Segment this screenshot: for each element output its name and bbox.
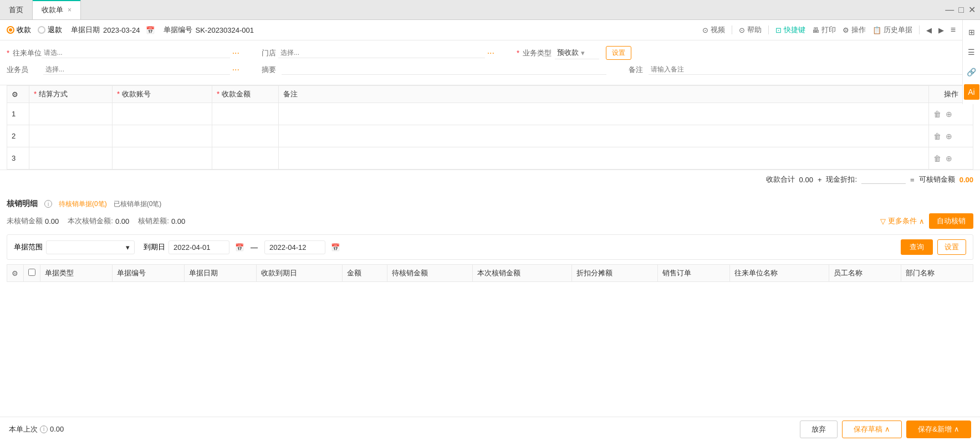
select-all-checkbox[interactable] bbox=[28, 269, 35, 276]
required-star-2: * bbox=[517, 49, 519, 57]
col-remark-th: 备注 bbox=[279, 86, 929, 103]
nav-prev-icon[interactable]: ◀ bbox=[926, 26, 932, 34]
range-chevron-icon: ▾ bbox=[126, 243, 130, 252]
sidebar-icon-3[interactable]: 🔗 bbox=[964, 64, 979, 80]
remark-input[interactable] bbox=[649, 64, 973, 75]
uncancelled-stat: 未核销金额 0.00 bbox=[7, 216, 59, 226]
col-doc-number-label: 单据编号 bbox=[117, 269, 146, 277]
shop-input[interactable] bbox=[278, 48, 485, 58]
row3-copy-icon[interactable]: ⊕ bbox=[946, 154, 952, 163]
row2-amount[interactable] bbox=[212, 125, 279, 147]
number-value[interactable]: SK-20230324-001 bbox=[196, 26, 254, 34]
counterpart-input[interactable] bbox=[42, 48, 230, 58]
date-label: 单据日期 bbox=[71, 25, 100, 35]
query-btn[interactable]: 查询 bbox=[901, 239, 933, 255]
save-draft-btn[interactable]: 保存草稿 ∧ bbox=[842, 421, 902, 438]
row1-delete-icon[interactable]: 🗑 bbox=[933, 110, 941, 119]
minimize-icon[interactable]: — bbox=[945, 5, 954, 15]
counterpart-label-text: 往来单位 bbox=[13, 49, 42, 57]
operation-btn[interactable]: ⚙ 操作 bbox=[843, 25, 866, 35]
remark-label: 备注 bbox=[629, 65, 645, 75]
auto-btn[interactable]: 自动核销 bbox=[929, 213, 973, 229]
data-table: ⚙ * 结算方式 * 收款账号 * 收款金额 备注 bbox=[7, 85, 973, 170]
remark-label-text: 备注 bbox=[629, 65, 643, 74]
shortcut-btn[interactable]: ⊡ 快捷键 bbox=[775, 25, 805, 35]
divider2 bbox=[768, 25, 769, 34]
history-btn[interactable]: 📋 历史单据 bbox=[872, 25, 912, 35]
shortcut-label: 快捷键 bbox=[784, 25, 805, 35]
shop-more-btn[interactable]: ··· bbox=[487, 48, 494, 58]
sidebar-icon-1[interactable]: ⊞ bbox=[964, 24, 979, 40]
nav-next-icon[interactable]: ▶ bbox=[938, 26, 944, 34]
row2-account[interactable] bbox=[113, 125, 212, 147]
help-btn[interactable]: ⊙ 帮助 bbox=[739, 25, 762, 35]
form-settings-btn[interactable]: 设置 bbox=[606, 46, 631, 60]
radio-refund[interactable]: 退款 bbox=[38, 25, 62, 35]
row2-payment[interactable] bbox=[29, 125, 113, 147]
staff-label-text: 业务员 bbox=[7, 65, 28, 74]
settings-outline-btn[interactable]: 设置 bbox=[937, 239, 966, 255]
diff-value: 0.00 bbox=[171, 217, 185, 225]
calendar-to-icon[interactable]: 📅 bbox=[331, 243, 340, 252]
info-circle-icon[interactable]: i bbox=[40, 425, 48, 433]
row1-account[interactable] bbox=[113, 103, 212, 125]
discount-input[interactable] bbox=[861, 175, 906, 184]
summary-label: 摘要 bbox=[262, 65, 278, 75]
row1-amount[interactable] bbox=[212, 103, 279, 125]
tab-close-icon[interactable]: × bbox=[68, 6, 72, 14]
more-conditions-btn[interactable]: ▽ 更多条件 ∧ bbox=[880, 216, 925, 226]
table-header-row: ⚙ * 结算方式 * 收款账号 * 收款金额 备注 bbox=[7, 86, 973, 103]
tab-home-label: 首页 bbox=[9, 5, 23, 15]
business-type-select[interactable]: 预收款 ▾ bbox=[555, 47, 599, 59]
radio-receive[interactable]: 收款 bbox=[7, 25, 31, 35]
print-btn[interactable]: 🖶 打印 bbox=[812, 25, 836, 35]
col-action-label: 操作 bbox=[944, 90, 958, 98]
done-tab[interactable]: 已核销单据(0笔) bbox=[114, 199, 162, 209]
tab-active[interactable]: 收款单 × bbox=[33, 0, 81, 19]
settings-gear-icon[interactable]: ⚙ bbox=[12, 90, 18, 99]
video-btn[interactable]: ⊙ 视频 bbox=[702, 25, 725, 35]
save-new-btn[interactable]: 保存&新增 ∧ bbox=[906, 421, 971, 438]
row3-remark[interactable] bbox=[279, 147, 929, 170]
row1-copy-icon[interactable]: ⊕ bbox=[946, 110, 952, 119]
calendar-icon[interactable]: 📅 bbox=[146, 26, 155, 34]
row2-copy-icon[interactable]: ⊕ bbox=[946, 132, 952, 141]
date-value[interactable]: 2023-03-24 bbox=[103, 26, 140, 34]
row3-account[interactable] bbox=[113, 147, 212, 170]
radio-receive-circle bbox=[7, 26, 14, 34]
date-to-input[interactable] bbox=[264, 240, 325, 254]
restore-icon[interactable]: □ bbox=[958, 5, 964, 15]
range-select[interactable]: ▾ bbox=[46, 240, 135, 254]
sidebar-icon-2[interactable]: ☰ bbox=[964, 44, 979, 60]
form-row-1: * 往来单位 ··· 门店 ··· * 业务类型 bbox=[7, 46, 973, 60]
staff-input[interactable] bbox=[43, 64, 230, 75]
row3-delete-icon[interactable]: 🗑 bbox=[933, 154, 941, 163]
row3-amount[interactable] bbox=[212, 147, 279, 170]
counterpart-more-btn[interactable]: ··· bbox=[232, 48, 239, 58]
sidebar-icon-4[interactable]: Ai bbox=[964, 84, 979, 100]
right-sidebar: ⊞ ☰ 🔗 Ai bbox=[962, 20, 980, 104]
chevron-up-icon: ∧ bbox=[919, 217, 925, 225]
col-payment-th: * 结算方式 bbox=[29, 86, 113, 103]
current-stat: 本次核销金额: 0.00 bbox=[68, 216, 129, 226]
staff-more-btn[interactable]: ··· bbox=[232, 65, 239, 75]
info-icon[interactable]: i bbox=[44, 200, 52, 208]
summary-input[interactable] bbox=[282, 64, 606, 75]
business-type-label: * 业务类型 bbox=[517, 48, 552, 58]
col-staff-label: 员工名称 bbox=[834, 269, 862, 277]
pending-tab[interactable]: 待核销单据(0笔) bbox=[59, 199, 107, 209]
date-from-input[interactable] bbox=[169, 240, 229, 254]
footer-info: 本单上次 i 0.00 bbox=[9, 424, 64, 434]
row1-remark[interactable] bbox=[279, 103, 929, 125]
row2-delete-icon[interactable]: 🗑 bbox=[933, 132, 941, 141]
close-window-icon[interactable]: ✕ bbox=[968, 4, 976, 15]
row3-payment[interactable] bbox=[29, 147, 113, 170]
main-content: 收款 退款 单据日期 2023-03-24 📅 单据编号 SK-20230324… bbox=[0, 20, 980, 441]
row1-payment[interactable] bbox=[29, 103, 113, 125]
row2-remark[interactable] bbox=[279, 125, 929, 147]
abandon-btn[interactable]: 放弃 bbox=[800, 421, 838, 438]
bottom-gear-icon[interactable]: ⚙ bbox=[12, 269, 18, 278]
calendar-from-icon[interactable]: 📅 bbox=[235, 243, 244, 252]
tab-home[interactable]: 首页 bbox=[0, 0, 33, 19]
layout-list-icon[interactable]: ≡ bbox=[951, 25, 956, 35]
